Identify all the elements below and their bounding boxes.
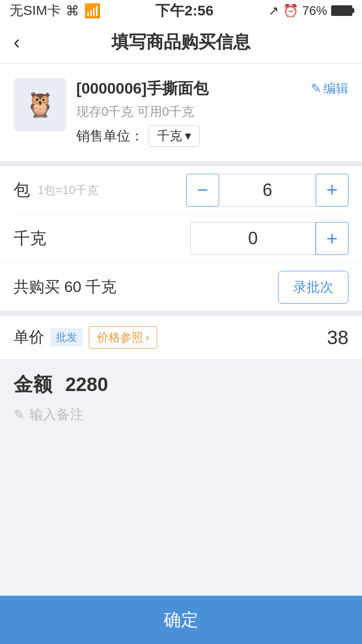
price-section: 单价 批发 价格参照 › 38 [0,316,362,360]
pencil-icon: ✎ [14,407,25,423]
product-card: 🦉 [0000006]手撕面包 现存0千克 可用0千克 销售单位： 千克 ▾ ✎… [0,64,362,166]
total-label: 共购买 60 千克 [14,277,116,298]
price-reference-button[interactable]: 价格参照 › [89,326,157,349]
amount-row: 金额 2280 [14,371,348,398]
amount-section: 金额 2280 ✎ 输入备注 [0,360,362,432]
kg-label: 千克 [14,227,46,250]
amount-value: 2280 [65,374,108,395]
price-ref-label: 价格参照 [97,330,143,345]
kg-input[interactable] [190,222,316,255]
unit-value: 千克 [157,127,182,144]
price-type-badge: 批发 [50,328,83,347]
product-stock: 现存0千克 可用0千克 [76,103,348,120]
edit-label: 编辑 [323,80,348,97]
kg-increment-button[interactable]: + [316,222,348,255]
nav-bar: ‹ 填写商品购买信息 [0,21,362,64]
kg-row: 千克 + [14,214,348,263]
product-unit-row: 销售单位： 千克 ▾ [76,125,348,147]
bao-label: 包 [14,179,30,201]
bao-row: 包 1包=10千克 − + [14,166,348,214]
note-placeholder: 输入备注 [29,406,84,424]
bao-decrement-button[interactable]: − [186,174,219,207]
status-left: 无SIM卡 ⌘ 📶 [10,1,101,20]
price-value: 38 [327,327,349,349]
chevron-right-icon: › [145,331,149,344]
battery-icon [331,5,352,16]
battery-label: 76% [302,3,327,18]
back-button[interactable]: ‹ [14,31,20,53]
status-right: ↗ ⏰ 76% [268,3,352,18]
signal-icon: 📶 [84,3,101,19]
note-row[interactable]: ✎ 输入备注 [14,406,348,424]
record-batch-button[interactable]: 录批次 [278,271,348,304]
chevron-down-icon: ▾ [185,128,191,143]
separator-1 [0,311,362,316]
bao-section: 包 1包=10千克 − + 千克 + [0,166,362,263]
bao-hint: 1包=10千克 [38,182,98,198]
alarm-icon: ⏰ [283,3,298,18]
price-row: 单价 批发 价格参照 › 38 [14,316,348,359]
product-thumbnail: 🦉 [14,78,67,131]
product-logo-icon: 🦉 [25,91,55,119]
confirm-button[interactable]: 确定 [0,596,362,644]
carrier-label: 无SIM卡 [10,1,61,20]
edit-button[interactable]: ✎ 编辑 [311,80,348,97]
confirm-label: 确定 [164,608,198,632]
status-bar: 无SIM卡 ⌘ 📶 下午2:56 ↗ ⏰ 76% [0,0,362,21]
product-name: [0000006]手撕面包 [76,78,348,99]
edit-icon: ✎ [311,81,321,96]
page-title: 填写商品购买信息 [111,30,251,54]
amount-label: 金额 [14,374,52,395]
bao-controls: − + [186,174,348,207]
status-time: 下午2:56 [155,1,213,21]
wifi-icon: ⌘ [66,3,79,19]
bao-input[interactable] [219,174,316,207]
kg-controls: + [190,222,348,255]
bao-increment-button[interactable]: + [316,174,348,207]
product-info: [0000006]手撕面包 现存0千克 可用0千克 销售单位： 千克 ▾ [76,78,348,147]
location-icon: ↗ [268,3,279,18]
total-row: 共购买 60 千克 录批次 [0,263,362,311]
unit-label: 销售单位： [76,127,144,145]
price-label: 单价 [14,327,44,348]
unit-select[interactable]: 千克 ▾ [149,125,199,147]
